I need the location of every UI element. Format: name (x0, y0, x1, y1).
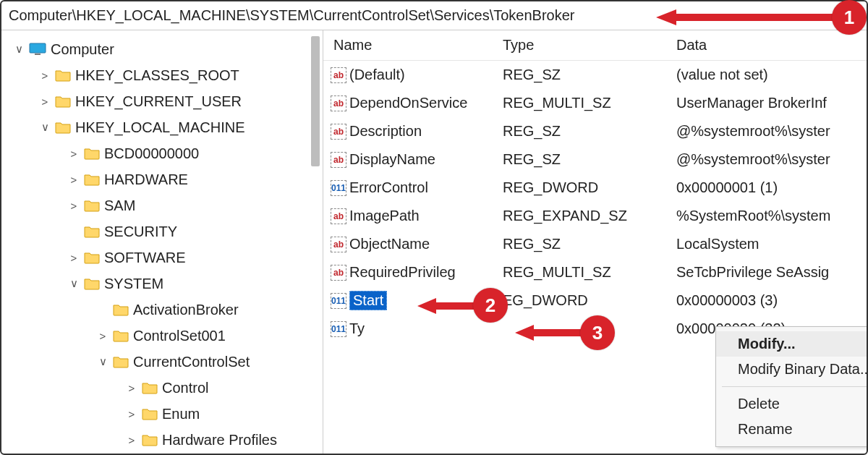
tree-label: SAM (104, 197, 135, 214)
tree-item[interactable]: >Control (1, 375, 323, 401)
value-name: Ty (349, 320, 365, 337)
expander-icon[interactable]: > (126, 382, 137, 394)
folder-icon (113, 329, 129, 342)
value-name: Start (349, 291, 387, 310)
tree-item[interactable]: >Enum (1, 401, 323, 427)
value-name: (Default) (349, 67, 405, 83)
value-row[interactable]: 011ErrorControlREG_DWORD0x00000001 (1) (323, 174, 867, 202)
tree-label: SYSTEM (104, 276, 163, 292)
tree-scrollbar[interactable] (311, 36, 320, 166)
value-data: (value not set) (676, 67, 867, 83)
value-row[interactable]: abDependOnServiceREG_MULTI_SZUserManager… (323, 89, 867, 117)
value-name-cell[interactable]: abDisplayName (323, 151, 503, 168)
expander-icon[interactable]: > (126, 434, 137, 446)
tree-item[interactable]: SECURITY (1, 218, 323, 244)
tree-label: SECURITY (104, 224, 177, 240)
tree-item[interactable]: >HKEY_CURRENT_USER (1, 88, 323, 114)
value-data: @%systemroot%\syster (676, 151, 867, 168)
value-name-cell[interactable]: 011Start (323, 291, 503, 310)
value-row[interactable]: abDescriptionREG_SZ@%systemroot%\syster (323, 117, 867, 145)
tree-pane: ∨ Computer >HKEY_CLASSES_ROOT>HKEY_CURRE… (1, 30, 323, 454)
tree-item[interactable]: ActivationBroker (1, 297, 323, 323)
expander-icon[interactable]: > (39, 95, 51, 108)
tree-label: HKEY_CURRENT_USER (75, 93, 242, 110)
folder-icon (84, 225, 100, 238)
value-name-cell[interactable]: 011ErrorControl (323, 179, 503, 196)
value-row[interactable]: abDisplayNameREG_SZ@%systemroot%\syster (323, 145, 867, 174)
string-value-icon: ab (331, 237, 346, 252)
value-row[interactable]: abRequiredPrivilegREG_MULTI_SZSeTcbPrivi… (323, 258, 867, 286)
folder-icon (55, 121, 71, 134)
tree-item[interactable]: ∨SYSTEM (1, 271, 323, 297)
value-name-cell[interactable]: abDescription (323, 123, 503, 140)
tree-item[interactable]: >ControlSet001 (1, 323, 323, 349)
value-type: REG_MULTI_SZ (503, 95, 676, 111)
svg-rect-0 (30, 43, 46, 53)
value-name-cell[interactable]: ab(Default) (323, 67, 503, 83)
tree-root-computer[interactable]: ∨ Computer (1, 36, 323, 62)
value-type: REG_EXPAND_SZ (503, 208, 676, 224)
expander-icon[interactable]: > (68, 174, 80, 186)
menu-item[interactable]: Rename (716, 417, 867, 442)
svg-rect-1 (35, 54, 41, 55)
folder-icon (142, 381, 158, 394)
col-header-data[interactable]: Data (676, 37, 867, 54)
body-split: ∨ Computer >HKEY_CLASSES_ROOT>HKEY_CURRE… (1, 30, 867, 454)
menu-item[interactable]: Delete (716, 391, 867, 417)
tree-item[interactable]: ∨HKEY_LOCAL_MACHINE (1, 114, 323, 140)
tree-item[interactable]: >BCD00000000 (1, 140, 323, 166)
value-row[interactable]: ab(Default)REG_SZ(value not set) (323, 61, 867, 89)
expander-icon[interactable]: ∨ (39, 121, 51, 134)
expander-icon[interactable]: > (126, 408, 137, 420)
folder-icon (113, 303, 129, 316)
binary-value-icon: 011 (331, 293, 346, 309)
expander-icon[interactable]: > (97, 330, 109, 342)
tree-item[interactable]: >Hardware Profiles (1, 427, 323, 453)
value-name-cell[interactable]: abDependOnService (323, 95, 503, 111)
folder-icon (84, 277, 100, 290)
folder-icon (113, 355, 129, 368)
expander-icon[interactable]: > (68, 148, 80, 160)
tree-label: HKEY_LOCAL_MACHINE (75, 119, 245, 136)
folder-icon (84, 173, 100, 186)
tree-item[interactable]: >SAM (1, 192, 323, 218)
value-name-cell[interactable]: abImagePath (323, 208, 503, 224)
value-row[interactable]: abObjectNameREG_SZLocalSystem (323, 230, 867, 258)
value-name-cell[interactable]: 011Ty (323, 320, 503, 337)
value-data: SeTcbPrivilege SeAssig (676, 264, 867, 281)
expander-icon[interactable]: > (68, 252, 80, 264)
menu-item[interactable]: Modify... (716, 331, 867, 357)
folder-icon (55, 69, 71, 82)
tree-label: ControlSet001 (133, 328, 226, 344)
tree-item[interactable]: ∨CurrentControlSet (1, 349, 323, 375)
value-name-cell[interactable]: abObjectName (323, 236, 503, 252)
value-row[interactable]: 011StartEG_DWORD0x00000003 (3) (323, 286, 867, 315)
expander-icon[interactable]: > (68, 200, 80, 212)
value-type: REG_MULTI_SZ (503, 264, 676, 281)
folder-icon (142, 407, 158, 420)
tree-label: HARDWARE (104, 171, 188, 188)
address-bar[interactable]: Computer\HKEY_LOCAL_MACHINE\SYSTEM\Curre… (1, 1, 867, 30)
expander-icon[interactable]: ∨ (68, 277, 80, 290)
tree-label: ActivationBroker (133, 302, 239, 318)
expander-icon[interactable]: > (39, 69, 51, 82)
folder-icon (84, 199, 100, 212)
menu-item[interactable]: Modify Binary Data... (716, 357, 867, 382)
value-row[interactable]: abImagePathREG_EXPAND_SZ%SystemRoot%\sys… (323, 202, 867, 230)
tree-label: Hardware Profiles (162, 432, 277, 448)
expander-icon[interactable]: ∨ (97, 355, 109, 368)
tree-item[interactable]: >HARDWARE (1, 166, 323, 192)
value-name: ObjectName (349, 236, 430, 252)
value-name: DependOnService (349, 95, 467, 111)
value-name-cell[interactable]: abRequiredPrivileg (323, 264, 503, 281)
value-name: RequiredPrivileg (349, 264, 456, 281)
value-data: 0x00000001 (1) (676, 179, 867, 196)
tree-label: Control (162, 380, 208, 396)
tree-item[interactable]: >HKEY_CLASSES_ROOT (1, 62, 323, 88)
col-header-name[interactable]: Name (323, 37, 503, 54)
tree-item[interactable]: >SOFTWARE (1, 244, 323, 271)
col-header-type[interactable]: Type (503, 37, 676, 54)
folder-icon (84, 251, 100, 264)
expander-icon[interactable]: ∨ (13, 43, 25, 56)
string-value-icon: ab (331, 208, 346, 224)
